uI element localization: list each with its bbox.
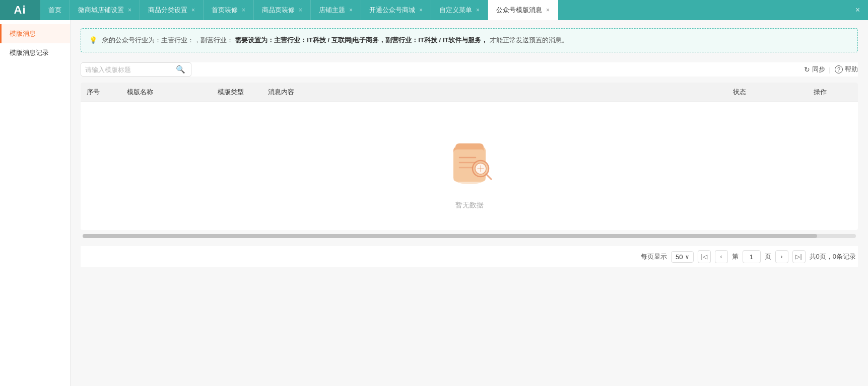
tab-category-settings[interactable]: 商品分类设置 × — [140, 0, 204, 20]
per-page-value: 50 — [676, 253, 683, 261]
page-label: 页 — [765, 252, 771, 261]
tab-shop-settings-close[interactable]: × — [128, 7, 131, 14]
first-page-icon: |◁ — [701, 253, 707, 260]
prev-page-icon: ‹ — [720, 253, 722, 260]
logo[interactable]: Ai — [0, 0, 40, 20]
page-di-label: 第 — [732, 252, 739, 261]
search-row: 🔍 ↻ 同步 | ? 帮助 — [81, 62, 858, 76]
tab-shop-theme[interactable]: 店铺主题 × — [311, 0, 361, 20]
first-page-button[interactable]: |◁ — [698, 250, 711, 263]
tab-home-decor-label: 首页装修 — [212, 6, 238, 15]
sidebar-item-template-msg-label: 模版消息 — [10, 30, 36, 37]
tab-template-msg-close[interactable]: × — [546, 7, 550, 14]
top-nav: Ai 首页 微商城店铺设置 × 商品分类设置 × 首页装修 × 商品页装修 × … — [0, 0, 868, 20]
col-header-status: 状态 — [727, 83, 808, 102]
sidebar: 模版消息 模版消息记录 — [0, 20, 71, 386]
tab-open-mall[interactable]: 开通公众号商城 × — [361, 0, 431, 20]
notice-text-prefix: 您的公众号行业为：主营行业：，副营行业： — [102, 36, 233, 44]
col-header-seq: 序号 — [81, 83, 121, 102]
sync-label: 同步 — [812, 65, 825, 74]
empty-text: 暂无数据 — [455, 201, 484, 210]
tab-shop-settings[interactable]: 微商城店铺设置 × — [70, 0, 140, 20]
per-page-select[interactable]: 50 ∨ — [671, 251, 693, 263]
per-page-label: 每页显示 — [641, 252, 667, 261]
global-close-button[interactable]: × — [847, 6, 868, 15]
main-layout: 模版消息 模版消息记录 💡 您的公众号行业为：主营行业：，副营行业： 需要设置为… — [0, 20, 868, 386]
per-page-chevron-icon: ∨ — [685, 254, 689, 260]
tab-shop-theme-label: 店铺主题 — [319, 6, 345, 15]
col-header-content: 消息内容 — [262, 83, 727, 102]
sidebar-item-template-msg-log[interactable]: 模版消息记录 — [0, 43, 70, 62]
tab-category-settings-label: 商品分类设置 — [148, 6, 187, 15]
notice-icon: 💡 — [89, 36, 97, 44]
help-button[interactable]: ? 帮助 — [835, 65, 858, 74]
last-page-icon: ▷| — [795, 253, 802, 260]
sync-button[interactable]: ↻ 同步 — [804, 65, 825, 74]
help-icon: ? — [835, 65, 843, 73]
sidebar-item-template-msg-log-label: 模版消息记录 — [10, 49, 49, 56]
content-area: 💡 您的公众号行业为：主营行业：，副营行业： 需要设置为：主营行业：IT科技 /… — [71, 20, 868, 386]
tab-home-decor-close[interactable]: × — [242, 7, 245, 14]
tab-shop-theme-close[interactable]: × — [349, 7, 353, 14]
pagination-row: 每页显示 50 ∨ |◁ ‹ 第 页 › ▷| 共0页，0条记录 — [81, 246, 858, 267]
search-input[interactable] — [85, 66, 176, 73]
tab-custom-menu-close[interactable]: × — [476, 7, 480, 14]
tab-product-decor-close[interactable]: × — [299, 7, 302, 14]
col-header-name: 模版名称 — [121, 83, 212, 102]
notice-box: 💡 您的公众号行业为：主营行业：，副营行业： 需要设置为：主营行业：IT科技 /… — [81, 28, 858, 52]
last-page-button[interactable]: ▷| — [792, 250, 806, 263]
next-page-icon: › — [781, 253, 783, 260]
search-input-wrap[interactable]: 🔍 — [81, 62, 191, 76]
scrollbar-thumb[interactable] — [83, 234, 817, 238]
sync-icon: ↻ — [804, 65, 810, 73]
tab-home-label: 首页 — [48, 6, 61, 15]
current-page-input[interactable] — [743, 250, 761, 263]
tab-category-settings-close[interactable]: × — [191, 7, 195, 14]
svg-line-6 — [486, 174, 491, 179]
tab-open-mall-label: 开通公众号商城 — [369, 6, 415, 15]
tab-home-decor[interactable]: 首页装修 × — [204, 0, 254, 20]
pagination-total-info: 共0页，0条记录 — [810, 252, 856, 261]
tab-home[interactable]: 首页 — [40, 0, 70, 20]
tab-template-msg[interactable]: 公众号模版消息 × — [488, 0, 558, 20]
table-header: 序号 模版名称 模版类型 消息内容 状态 操作 — [81, 83, 858, 102]
toolbar-divider: | — [829, 66, 831, 73]
help-label: 帮助 — [845, 65, 858, 74]
empty-state: 暂无数据 — [81, 102, 858, 230]
notice-text-suffix: 才能正常发送预置的消息。 — [490, 36, 568, 44]
col-header-action: 操作 — [808, 83, 858, 102]
sidebar-item-template-msg[interactable]: 模版消息 — [0, 24, 70, 43]
tab-open-mall-close[interactable]: × — [419, 7, 423, 14]
col-header-type: 模版类型 — [212, 83, 262, 102]
next-page-button[interactable]: › — [775, 250, 788, 263]
data-table: 序号 模版名称 模版类型 消息内容 状态 操作 — [81, 83, 858, 230]
tab-shop-settings-label: 微商城店铺设置 — [78, 6, 124, 15]
notice-text-highlight: 需要设置为：主营行业：IT科技 / 互联网|电子商务，副营行业：IT科技 / I… — [235, 36, 488, 44]
prev-page-button[interactable]: ‹ — [715, 250, 728, 263]
toolbar-right: ↻ 同步 | ? 帮助 — [804, 65, 858, 74]
tab-template-msg-label: 公众号模版消息 — [496, 6, 542, 15]
tab-custom-menu[interactable]: 自定义菜单 × — [431, 0, 488, 20]
horizontal-scrollbar[interactable] — [83, 234, 856, 238]
tab-product-decor-label: 商品页装修 — [262, 6, 295, 15]
search-button[interactable]: 🔍 — [176, 65, 185, 74]
tab-product-decor[interactable]: 商品页装修 × — [254, 0, 311, 20]
tab-custom-menu-label: 自定义菜单 — [439, 6, 472, 15]
empty-illustration — [439, 132, 500, 193]
